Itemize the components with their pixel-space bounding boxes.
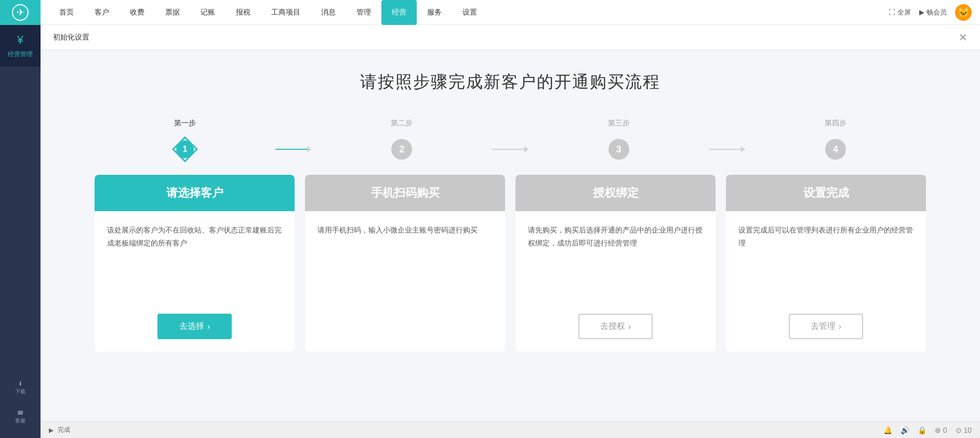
chevron-right-icon-1: › bbox=[207, 322, 210, 331]
member-button[interactable]: ▶ 畅会员 bbox=[919, 8, 947, 17]
card-description-3: 请先购买，购买后选择开通的产品中的企业用户进行授权绑定，成功后即可进行经营管理 bbox=[528, 224, 703, 301]
card-2: 手机扫码购买 请用手机扫码，输入小微企业主账号密码进行购买 bbox=[305, 175, 505, 352]
cards-row: 请选择客户 该处展示的客户为不在回收站、客户状态正常建账后完成老板端绑定的所有客… bbox=[95, 175, 926, 352]
service-icon: ☎ bbox=[17, 410, 23, 416]
wizard-area: 请按照步骤完成新客户的开通购买流程 第一步 第二步 第三步 第四步 bbox=[41, 50, 980, 421]
step-label-1: 第一步 bbox=[174, 119, 196, 128]
step-number-1: 1 bbox=[176, 140, 194, 158]
nav-经营[interactable]: 经营 bbox=[381, 0, 417, 25]
count-0-icon: ⊕ 0 bbox=[935, 426, 947, 434]
play-icon: ▶ bbox=[49, 427, 54, 434]
nav-工商项目[interactable]: 工商项目 bbox=[261, 0, 311, 25]
go-select-button[interactable]: 去选择 › bbox=[157, 314, 232, 339]
nav-服务[interactable]: 服务 bbox=[417, 0, 452, 25]
card-footer-4: 去管理 › bbox=[726, 314, 926, 352]
layout: ¥ 经营管理 ⬇ 下载 ☎ 客服 初始化设置 ✕ 请按照步骤完成新客户的开通购买… bbox=[0, 25, 980, 438]
download-button[interactable]: ⬇ 下载 bbox=[8, 376, 33, 401]
bell-icon[interactable]: 🔔 bbox=[883, 426, 892, 434]
avatar[interactable]: 🐱 bbox=[955, 4, 972, 21]
bottom-right: 🔔 🔊 🔒 ⊕ 0 ⊙ 10 bbox=[883, 426, 972, 434]
logo: ✈ bbox=[0, 0, 41, 25]
top-nav: ✈ 首页 客户 收费 票据 记账 报税 工商项目 消息 管理 经营 服务 设置 … bbox=[0, 0, 980, 25]
count-10-icon: ⊙ 10 bbox=[956, 426, 972, 434]
lock-icon[interactable]: 🔒 bbox=[918, 426, 926, 434]
card-description-2: 请用手机扫码，输入小微企业主账号密码进行购买 bbox=[317, 224, 493, 327]
card-footer-2 bbox=[305, 339, 505, 352]
sidebar-item-经营管理[interactable]: ¥ 经营管理 bbox=[0, 25, 41, 67]
member-icon: ▶ bbox=[919, 8, 924, 16]
step-number-4: 4 bbox=[825, 139, 846, 160]
nav-right: ⛶ 全屏 ▶ 畅会员 🐱 bbox=[889, 4, 972, 21]
card-body-3: 请先购买，购买后选择开通的产品中的企业用户进行授权绑定，成功后即可进行经营管理 bbox=[515, 211, 716, 314]
card-body-4: 设置完成后可以在管理列表进行所有企业用户的经营管理 bbox=[726, 211, 926, 314]
logo-icon: ✈ bbox=[12, 4, 29, 21]
fullscreen-button[interactable]: ⛶ 全屏 bbox=[889, 8, 911, 17]
steps-circles-row: 1 2 3 bbox=[95, 136, 926, 162]
connector-2-3 bbox=[492, 146, 528, 152]
card-header-1: 请选择客户 bbox=[95, 175, 295, 211]
chevron-right-icon-4: › bbox=[839, 322, 841, 331]
sidebar-bottom: ⬇ 下载 ☎ 客服 bbox=[8, 376, 33, 438]
nav-管理[interactable]: 管理 bbox=[346, 0, 381, 25]
nav-首页[interactable]: 首页 bbox=[49, 0, 84, 25]
step-label-4: 第四步 bbox=[825, 119, 846, 128]
bottom-bar: ▶ 完成 🔔 🔊 🔒 ⊕ 0 ⊙ 10 bbox=[41, 421, 980, 438]
sidebar-item-label: 经营管理 bbox=[8, 50, 33, 59]
card-header-3: 授权绑定 bbox=[515, 175, 716, 211]
nav-记账[interactable]: 记账 bbox=[190, 0, 226, 25]
card-description-1: 该处展示的客户为不在回收站、客户状态正常建账后完成老板端绑定的所有客户 bbox=[107, 224, 282, 301]
wizard-title: 请按照步骤完成新客户的开通购买流程 bbox=[360, 71, 660, 94]
card-body-1: 该处展示的客户为不在回收站、客户状态正常建账后完成老板端绑定的所有客户 bbox=[95, 211, 295, 314]
nav-items: 首页 客户 收费 票据 记账 报税 工商项目 消息 管理 经营 服务 设置 bbox=[49, 0, 889, 25]
nav-票据[interactable]: 票据 bbox=[155, 0, 190, 25]
step-number-3: 3 bbox=[608, 139, 629, 160]
go-authorize-button[interactable]: 去授权 › bbox=[578, 314, 653, 339]
sidebar: ¥ 经营管理 ⬇ 下载 ☎ 客服 bbox=[0, 25, 41, 438]
nav-收费[interactable]: 收费 bbox=[120, 0, 155, 25]
step-label-2: 第二步 bbox=[391, 119, 413, 128]
breadcrumb-text: 初始化设置 bbox=[53, 33, 89, 42]
nav-客户[interactable]: 客户 bbox=[84, 0, 120, 25]
nav-设置[interactable]: 设置 bbox=[452, 0, 487, 25]
breadcrumb-bar: 初始化设置 ✕ bbox=[41, 25, 980, 50]
fullscreen-icon: ⛶ bbox=[889, 8, 895, 16]
card-body-2: 请用手机扫码，输入小微企业主账号密码进行购买 bbox=[305, 211, 505, 339]
nav-消息[interactable]: 消息 bbox=[311, 0, 346, 25]
nav-报税[interactable]: 报税 bbox=[226, 0, 261, 25]
connector-3-4 bbox=[709, 146, 746, 152]
card-header-4: 设置完成 bbox=[726, 175, 926, 211]
step-circle-2: 2 bbox=[311, 139, 492, 160]
card-footer-3: 去授权 › bbox=[515, 314, 716, 352]
card-4: 设置完成 设置完成后可以在管理列表进行所有企业用户的经营管理 去管理 › bbox=[726, 175, 926, 352]
card-1: 请选择客户 该处展示的客户为不在回收站、客户状态正常建账后完成老板端绑定的所有客… bbox=[95, 175, 295, 352]
chevron-right-icon-3: › bbox=[628, 322, 631, 331]
step-circle-3: 3 bbox=[528, 139, 709, 160]
go-manage-button[interactable]: 去管理 › bbox=[789, 314, 863, 339]
card-description-4: 设置完成后可以在管理列表进行所有企业用户的经营管理 bbox=[738, 224, 913, 301]
yuan-icon: ¥ bbox=[17, 33, 23, 47]
main-content: 初始化设置 ✕ 请按照步骤完成新客户的开通购买流程 第一步 第二步 第三步 bbox=[41, 25, 980, 438]
step-number-2: 2 bbox=[391, 139, 412, 160]
volume-icon[interactable]: 🔊 bbox=[900, 426, 909, 434]
close-button[interactable]: ✕ bbox=[959, 32, 968, 43]
steps-labels-row: 第一步 第二步 第三步 第四步 bbox=[95, 119, 926, 134]
card-footer-1: 去选择 › bbox=[95, 314, 295, 352]
card-header-2: 手机扫码购买 bbox=[305, 175, 505, 211]
service-button[interactable]: ☎ 客服 bbox=[8, 405, 33, 430]
connector-1-2 bbox=[275, 146, 312, 152]
step-label-3: 第三步 bbox=[608, 119, 630, 128]
card-3: 授权绑定 请先购买，购买后选择开通的产品中的企业用户进行授权绑定，成功后即可进行… bbox=[515, 175, 716, 352]
download-icon: ⬇ bbox=[18, 381, 22, 387]
step-circle-4: 4 bbox=[745, 139, 926, 160]
status-text: 完成 bbox=[58, 426, 70, 434]
step-circle-1: 1 bbox=[172, 136, 198, 162]
